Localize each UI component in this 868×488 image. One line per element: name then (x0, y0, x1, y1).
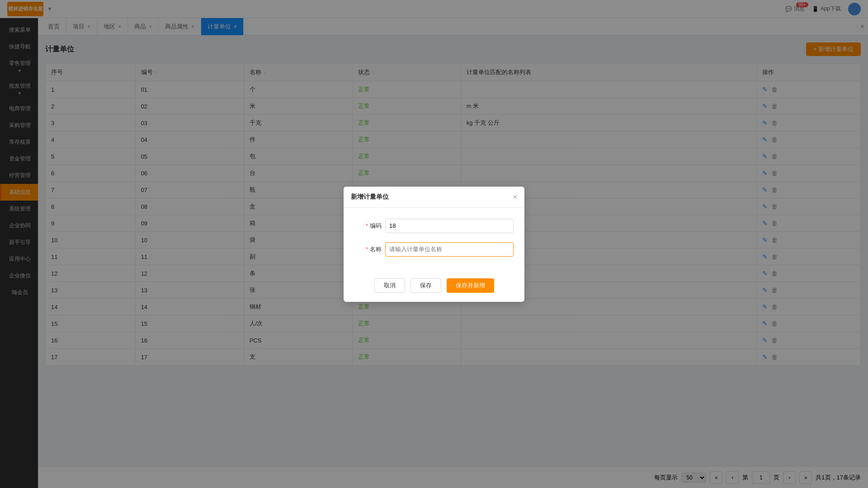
save-and-new-button[interactable]: 保存并新增 (447, 278, 494, 293)
modal-close-icon[interactable]: × (513, 193, 517, 201)
modal-header: 新增计量单位 × (344, 187, 524, 208)
name-required-mark: * (366, 246, 368, 253)
modal-footer: 取消 保存 保存并新增 (344, 273, 524, 302)
modal-body: *编码 *名称 (344, 208, 524, 273)
form-row-code: *编码 (354, 219, 514, 233)
save-button[interactable]: 保存 (410, 278, 441, 293)
modal-title: 新增计量单位 (351, 193, 389, 201)
form-row-name: *名称 (354, 242, 514, 257)
name-label: *名称 (354, 245, 382, 253)
code-input[interactable] (385, 219, 514, 233)
modal-overlay[interactable]: 新增计量单位 × *编码 *名称 取消 保存 保存并新增 (0, 0, 868, 488)
code-label: *编码 (354, 222, 382, 230)
name-input[interactable] (385, 242, 514, 257)
cancel-button[interactable]: 取消 (374, 278, 405, 293)
add-measure-unit-modal: 新增计量单位 × *编码 *名称 取消 保存 保存并新增 (344, 187, 524, 302)
code-required-mark: * (366, 222, 368, 229)
